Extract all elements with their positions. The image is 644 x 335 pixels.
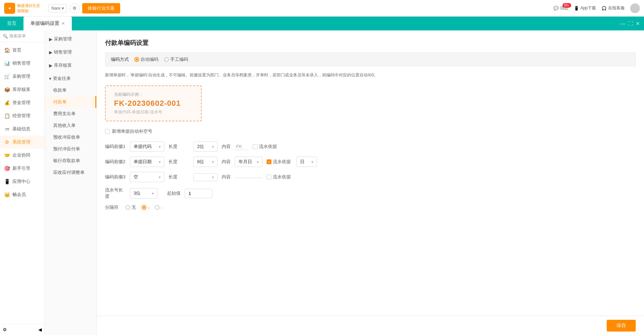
waterfall2-period-select[interactable]: 日 ▾ [296,157,317,167]
chevron-right-icon-sales: ▶ [49,50,52,55]
serial-length-arrow: ▾ [152,192,154,195]
footer-collapse-icon[interactable]: ◀ [38,327,42,332]
sub-section-inventory: ▶ 库存核算 [45,59,96,71]
sub-section-purchase-header[interactable]: ▶ 采购管理 [45,33,96,45]
tab-close-icon[interactable]: ✕ [61,21,65,26]
save-button[interactable]: 保存 [607,320,636,332]
waterfall2-checkbox[interactable]: ✓ [267,159,271,164]
auto-encode-radio[interactable]: 自动编码 [134,56,158,63]
waterfall1-checkbox[interactable] [253,144,258,149]
sidebar-item-basic-info[interactable]: 🗃 基础信息 [0,122,45,136]
waterfall3-check[interactable]: 流水依据 [267,174,291,180]
sidebar-item-guide[interactable]: 🎯 新手引导 [0,162,45,175]
sub-item-other-income[interactable]: 其他收入单 [45,120,96,131]
app-download-item[interactable]: 📱 App下载 [574,5,596,11]
content2-select[interactable]: 年月日 ▾ [235,157,262,167]
waterfall2-period-arrow: ▾ [311,160,313,164]
sidebar-item-app-center[interactable]: 📱 应用中心 [0,175,45,188]
content-wrapper: 付款单编码设置 编码方式 自动编码 手工编码 [97,30,644,335]
separator-none-circle [125,205,130,210]
sidebar-item-member[interactable]: 👑 畅会员 [0,188,45,201]
sidebar-item-home[interactable]: 🏠 首页 [0,44,45,57]
content3-label: 内容 [222,174,231,180]
system-icon: ⚙ [4,139,10,145]
sidebar-search[interactable]: 🔍 搜索菜单 [0,30,45,42]
header-settings-button[interactable]: ⚙ [70,3,79,13]
separator-row: 分隔符 无 - · [105,204,636,211]
member-icon: 👑 [4,192,10,197]
sub-item-prepay-receivable[interactable]: 预收冲应收单 [45,131,96,143]
start-value-input[interactable] [185,189,212,198]
logo-text: 畅捷通好生意 旗舰版 [17,3,40,13]
page-title: 付款单编码设置 [105,39,636,47]
sub-item-expense[interactable]: 费用支出单 [45,108,96,120]
window-close-icon[interactable]: ✕ [636,21,640,26]
tab-home[interactable]: 首页 [0,17,23,30]
sub-item-receipt[interactable]: 收款单 [45,84,96,96]
sidebar-item-purchase[interactable]: 🛒 采购管理 [0,70,45,83]
prefix1-arrow: ▾ [159,145,161,149]
sidebar-item-sales[interactable]: 📊 销售管理 [0,57,45,70]
encode-method-radio-group: 自动编码 手工编码 [134,56,188,63]
separator-dot2[interactable]: · [155,205,162,210]
sub-item-prepay-payable[interactable]: 预付冲应付单 [45,143,96,155]
length3-select[interactable]: ▾ [193,173,218,181]
auto-fill-checkbox[interactable] [105,129,110,134]
sidebar-item-operations[interactable]: 📋 经营管理 [0,109,45,122]
sub-section-purchase: ▶ 采购管理 [45,33,96,45]
sub-section-inventory-header[interactable]: ▶ 库存核算 [45,59,96,71]
sidebar-item-enterprise[interactable]: 🤝 企业协同 [0,149,45,162]
tab-encode-settings[interactable]: 单据编码设置 ✕ [23,17,72,30]
main-layout: 🔍 搜索菜单 🏠 首页 📊 销售管理 🛒 采购管理 📦 库存核算 💰 [0,30,644,335]
sub-section-sales: ▶ 销售管理 [45,46,96,58]
length2-select[interactable]: 8位 ▾ [193,157,218,167]
online-service-item[interactable]: 🎧 在线客服 [602,5,625,11]
app-center-icon: 📱 [4,179,10,184]
maximize-icon[interactable]: ⛶ [628,21,633,26]
top-header: 畅捷通好生意 旗舰版 Nare ▾ ⚙ 体验行业方案 💬 消息 99+ 📱 Ap… [0,0,644,17]
serial-length-label: 流水号长度 [105,187,126,199]
company-selector[interactable]: Nare ▾ [48,4,67,12]
manual-encode-radio[interactable]: 手工编码 [164,56,188,63]
operations-icon: 📋 [4,113,10,119]
start-value-label: 起始值 [167,190,181,196]
code-preview-value: FK-20230602-001 [114,99,193,108]
content-area: 付款单编码设置 编码方式 自动编码 手工编码 [97,30,644,316]
message-badge: 99+ [563,3,571,8]
hint-text: 新增单据时，'单据编码'自动生成，不可编辑。前缀设置为部门、业务员等档案类，开单… [105,72,636,78]
sales-icon: 📊 [4,61,10,66]
minimize-icon[interactable]: — [621,21,625,26]
search-icon: 🔍 [3,34,8,39]
message-item[interactable]: 💬 消息 99+ [554,5,568,11]
sub-item-bank-deposit[interactable]: 银行存取款单 [45,155,96,167]
sub-section-sales-header[interactable]: ▶ 销售管理 [45,46,96,58]
sub-item-adjust[interactable]: 应收应付调整单 [45,167,96,178]
separator-dot1[interactable]: - [142,205,149,210]
tab-bar: 首页 单据编码设置 ✕ — ⛶ ✕ [0,17,644,30]
length2-label: 长度 [169,159,189,165]
footer-settings-icon[interactable]: ⚙ [3,327,7,332]
prefix1-select[interactable]: 单据代码 ▾ [130,141,164,152]
waterfall1-check[interactable]: 流水依据 [253,143,277,150]
enterprise-icon: 🤝 [4,152,10,158]
sub-section-capital: ▾ 资金往来 收款单 付款单 费用支出单 其他收入单 预收冲应收单 预付冲应付单… [45,73,96,178]
sidebar-item-finance[interactable]: 💰 资金管理 [0,96,45,109]
length1-select[interactable]: 2位 ▾ [193,141,218,152]
avatar[interactable] [630,3,640,13]
sub-section-capital-header[interactable]: ▾ 资金往来 [45,73,96,84]
prefix2-select[interactable]: 单据日期 ▾ [130,157,164,167]
separator-none[interactable]: 无 [125,204,136,211]
serial-length-select[interactable]: 3位 ▾ [130,188,157,198]
sub-item-payment[interactable]: 付款单 [45,96,96,108]
waterfall2-check[interactable]: ✓ 流水依据 [267,159,291,165]
content1-value: FK [235,143,249,150]
encode-method-bar: 编码方式 自动编码 手工编码 [105,53,636,66]
prefix3-select[interactable]: 空 ▾ [130,172,164,182]
try-industry-button[interactable]: 体验行业方案 [82,3,120,13]
code-preview-desc: 单据代码-单据日期-流水号 [114,109,193,115]
sidebar-item-inventory[interactable]: 📦 库存核算 [0,83,45,96]
waterfall3-checkbox[interactable] [267,175,271,179]
tab-right-buttons: — ⛶ ✕ [621,21,644,26]
header-middle: Nare ▾ ⚙ 体验行业方案 [48,3,551,13]
sidebar-item-system[interactable]: ⚙ 系统管理 [0,136,45,149]
